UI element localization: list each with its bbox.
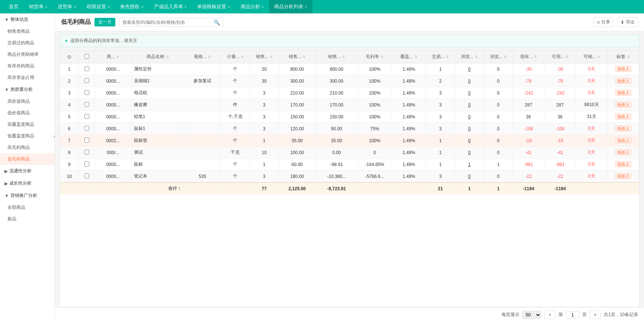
sidebar-item-low-value[interactable]: 低价值商品 <box>0 107 55 119</box>
sidebar-section-liquidity[interactable]: ▶ 流通性分析 <box>0 165 55 177</box>
col-header-stock[interactable]: 现有... ⇅ <box>513 51 544 63</box>
col-header-coverage[interactable]: 覆盖... ⇅ <box>392 51 426 63</box>
view1-link[interactable]: 1 <box>468 162 471 167</box>
col-header-name[interactable]: 商品名称 ⇅ <box>131 51 184 63</box>
col-header-sale-qty[interactable]: 销售... ⇅ <box>250 51 279 63</box>
view1-link[interactable]: 0 <box>468 79 471 84</box>
row-view1[interactable]: 0 <box>455 99 484 111</box>
sidebar-section-growth[interactable]: ▶ 成长性分析 <box>0 177 55 189</box>
row-checkbox[interactable] <box>79 123 94 135</box>
nav-template-settings[interactable]: 单据模板设置 × <box>192 0 235 13</box>
row-checkbox[interactable] <box>79 63 94 75</box>
row-checkbox[interactable] <box>79 170 94 183</box>
sidebar-item-sales-goods[interactable]: 销售类商品 <box>0 26 55 37</box>
sidebar-item-new-goods[interactable]: 新品 <box>0 213 55 225</box>
row-checkbox[interactable] <box>79 87 94 99</box>
row-view1[interactable]: 1 <box>455 159 484 170</box>
row-view1[interactable]: 0 <box>455 147 484 159</box>
date-filter-button[interactable]: 近一月 <box>94 18 115 26</box>
row-checkbox[interactable] <box>79 111 94 123</box>
view1-link[interactable]: 0 <box>468 150 471 155</box>
row-view1[interactable]: 0 <box>455 87 484 99</box>
sidebar-item-all-goods[interactable]: 全部商品 <box>0 202 55 213</box>
row-select-checkbox[interactable] <box>84 78 89 83</box>
view1-link[interactable]: 0 <box>468 90 471 96</box>
row-checkbox[interactable] <box>79 135 94 147</box>
nav-role-auth[interactable]: 角色授权 × <box>115 0 148 13</box>
view1-link[interactable]: 0 <box>468 138 471 143</box>
col-header-tag[interactable]: 标签 ⇅ <box>608 51 639 63</box>
sidebar-item-category-sales-rate[interactable]: 商品分类助销率 <box>0 49 55 60</box>
col-header-checkbox[interactable] <box>79 51 94 63</box>
row-select-checkbox[interactable] <box>84 126 89 131</box>
view1-link[interactable]: 0 <box>468 174 471 179</box>
row-select-checkbox[interactable] <box>84 90 89 95</box>
row-select-checkbox[interactable] <box>84 173 89 178</box>
settings-icon[interactable]: ⚙ <box>67 54 72 60</box>
row-view1[interactable]: 0 <box>455 63 484 75</box>
row-select-checkbox[interactable] <box>84 162 89 166</box>
col-header-sale-price[interactable]: 销售... ⇅ <box>279 51 315 63</box>
sidebar-item-high-coverage[interactable]: 高覆盖度商品 <box>0 119 55 130</box>
sidebar-item-high-margin[interactable]: 高毛利商品 <box>0 142 55 153</box>
nav-close-icon[interactable]: × <box>45 4 47 9</box>
nav-product-analysis[interactable]: 商品分析 × <box>236 0 269 13</box>
row-checkbox[interactable] <box>79 99 94 111</box>
nav-purchase-order[interactable]: 进货单 × <box>52 0 81 13</box>
row-checkbox[interactable] <box>79 147 94 159</box>
page-number-input[interactable] <box>566 311 579 319</box>
row-checkbox[interactable] <box>79 159 94 170</box>
view1-link[interactable]: 0 <box>468 126 471 131</box>
col-header-unit[interactable]: 计量... ⇅ <box>221 51 250 63</box>
view1-link[interactable]: 0 <box>468 114 471 119</box>
sidebar-section-cluster[interactable]: ▼ 类群重分析 <box>0 83 55 96</box>
share-button[interactable]: ⎋ 分享 <box>594 17 613 27</box>
row-view1[interactable]: 0 <box>455 75 484 87</box>
select-all-checkbox[interactable] <box>84 54 89 59</box>
nav-close-icon[interactable]: × <box>305 4 307 9</box>
row-select-checkbox[interactable] <box>84 150 89 154</box>
nav-close-icon[interactable]: × <box>262 4 264 9</box>
row-view1[interactable]: 0 <box>455 135 484 147</box>
col-header-trade[interactable]: 交易... ⇅ <box>426 51 455 63</box>
nav-permission-settings[interactable]: 权限设置 × <box>81 0 115 13</box>
nav-sales-order[interactable]: 销货单 × <box>24 0 52 13</box>
view1-link[interactable]: 0 <box>468 67 471 72</box>
nav-close-icon[interactable]: × <box>108 4 110 9</box>
nav-close-icon[interactable]: × <box>228 4 230 9</box>
nav-home[interactable]: 首页 <box>4 0 24 13</box>
sidebar-item-low-coverage[interactable]: 低覆盖度商品 <box>0 130 55 142</box>
next-page-button[interactable]: ＞ <box>590 310 601 319</box>
search-icon[interactable]: 🔍 <box>214 19 220 25</box>
col-header-spec[interactable]: 规格... ⇅ <box>184 51 221 63</box>
row-select-checkbox[interactable] <box>84 66 89 71</box>
col-header-view1[interactable]: 浏览... ⇅ <box>455 51 484 63</box>
row-select-checkbox[interactable] <box>84 138 89 143</box>
nav-product-analysis-list[interactable]: 商品分析列表 × <box>269 0 312 13</box>
nav-product-entry[interactable]: 产成品入库单 × <box>149 0 192 13</box>
col-header-sale-amt[interactable]: 销售... ⇅ <box>315 51 358 63</box>
prev-page-button[interactable]: ＜ <box>544 310 555 319</box>
nav-close-icon[interactable]: × <box>74 4 76 9</box>
sidebar-item-in-stock[interactable]: 有库存的商品 <box>0 60 55 72</box>
sidebar-item-low-margin[interactable]: 低毛利商品 <box>0 153 55 165</box>
col-header-avail[interactable]: 可用... ⇅ <box>544 51 576 63</box>
sidebar-section-marketing[interactable]: ▼ 营销推广分析 <box>0 189 55 202</box>
sidebar-item-traded-goods[interactable]: 交易过的商品 <box>0 37 55 49</box>
nav-close-icon[interactable]: × <box>141 4 143 9</box>
row-view1[interactable]: 0 <box>455 123 484 135</box>
sidebar-item-inventory-funds[interactable]: 库存资金占用 <box>0 72 55 83</box>
nav-close-icon[interactable]: × <box>185 4 187 9</box>
per-page-select[interactable]: 50 100 200 <box>522 311 541 319</box>
col-header-saleable[interactable]: 可销... ⇅ <box>576 51 608 63</box>
view1-link[interactable]: 0 <box>468 102 471 108</box>
row-select-checkbox[interactable] <box>84 102 89 107</box>
row-view1[interactable]: 0 <box>455 170 484 183</box>
row-checkbox[interactable] <box>79 75 94 87</box>
col-header-view2[interactable]: 浏览... ⇅ <box>484 51 513 63</box>
row-view1[interactable]: 0 <box>455 111 484 123</box>
row-select-checkbox[interactable] <box>84 114 89 119</box>
sidebar-item-high-value[interactable]: 高价值商品 <box>0 96 55 107</box>
sidebar-section-overall[interactable]: ▼ 整体信息 <box>0 13 55 26</box>
col-header-settings[interactable]: ⚙ <box>60 51 79 63</box>
